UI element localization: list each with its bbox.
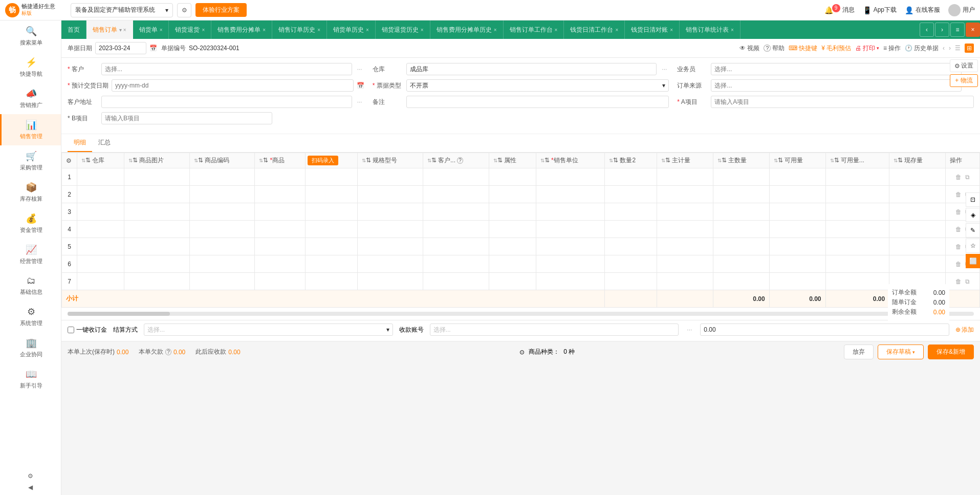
row-main-unit[interactable]: [657, 168, 713, 186]
one-click-checkbox[interactable]: [68, 327, 74, 333]
row-warehouse[interactable]: [77, 168, 124, 186]
order-source-input[interactable]: [711, 79, 962, 92]
tab-close-icon[interactable]: ×: [421, 27, 424, 33]
print-button[interactable]: 🖨 打印 ▾: [855, 44, 879, 53]
setup-button[interactable]: ⚙ 设置: [950, 59, 978, 72]
row-current[interactable]: [889, 168, 946, 186]
tab-summary[interactable]: 汇总: [92, 134, 117, 152]
app-download-item[interactable]: App下载: [863, 6, 897, 14]
tab-close-all-button[interactable]: ×: [966, 23, 980, 37]
sidebar-item-system[interactable]: ⚙ 系统管理: [0, 301, 61, 332]
tab-sales-report[interactable]: 销售订单统计表 ×: [680, 20, 741, 39]
tab-cash-workbench[interactable]: 钱货日清工作台 ×: [564, 20, 625, 39]
tab-close-icon[interactable]: ×: [263, 27, 266, 33]
date-input[interactable]: [95, 42, 146, 54]
th-available[interactable]: ⇅ 可用量: [769, 153, 825, 168]
tab-close-icon[interactable]: ×: [202, 27, 205, 33]
copy-icon[interactable]: ⧉: [965, 174, 970, 181]
warehouse-input[interactable]: [406, 63, 657, 75]
sidebar-item-purchase[interactable]: 🛒 采购管理: [0, 145, 61, 177]
address-input[interactable]: [101, 96, 352, 108]
history-button[interactable]: 🕐 历史单据: [905, 44, 939, 53]
industry-button[interactable]: 体验行业方案: [195, 3, 247, 17]
discard-button[interactable]: 放弃: [844, 345, 874, 359]
row-code[interactable]: [189, 168, 255, 186]
notification-item[interactable]: 9 消息: [824, 6, 855, 14]
delete-icon[interactable]: 🗑: [955, 208, 962, 216]
row-product[interactable]: [255, 186, 306, 203]
tab-sales-expense[interactable]: 销售费用分摊单 ×: [211, 20, 272, 39]
online-service-item[interactable]: 👤 在线客服: [905, 6, 940, 14]
nav-expand-icon[interactable]: ⊞: [965, 44, 974, 53]
th-product[interactable]: ⇅ *商品: [255, 153, 306, 168]
payment-select[interactable]: 选择... ▾: [144, 324, 393, 336]
row-qty2[interactable]: [605, 186, 657, 203]
tab-menu-button[interactable]: ≡: [950, 23, 965, 37]
sidebar-collapse[interactable]: ◀: [28, 484, 33, 491]
th-qty2[interactable]: ⇅ 数量2: [605, 153, 657, 168]
row-available2[interactable]: [825, 168, 889, 186]
right-panel-btn-1[interactable]: ⊡: [966, 192, 980, 207]
row-customer-code[interactable]: [423, 168, 489, 186]
tab-expense-history[interactable]: 销售费用分摊单历史 ×: [430, 20, 504, 39]
th-current[interactable]: ⇅ 现存量: [889, 153, 946, 168]
th-main-unit[interactable]: ⇅ 主计量: [657, 153, 713, 168]
row-unit[interactable]: [536, 186, 604, 203]
scan-button[interactable]: 扫码录入: [308, 156, 338, 165]
horizontal-scrollbar[interactable]: [61, 308, 980, 320]
customer-input[interactable]: [101, 63, 352, 75]
tab-close-icon[interactable]: ×: [670, 27, 673, 33]
shortcut-button[interactable]: ⌨ 快捷键: [789, 44, 817, 53]
th-available2[interactable]: ⇅ 可用量...: [825, 153, 889, 168]
nav-prev-icon[interactable]: ‹: [943, 45, 945, 52]
row-customer-code[interactable]: [423, 186, 489, 203]
tab-sales-order[interactable]: 销售订单 ×: [86, 20, 133, 39]
b-project-input[interactable]: [101, 112, 272, 124]
save-new-button[interactable]: 保存&新增: [928, 345, 974, 359]
sidebar-item-sales[interactable]: 📊 销售管理: [0, 114, 61, 145]
tab-sales-return[interactable]: 销货退货 ×: [169, 20, 211, 39]
tab-sales-order-history[interactable]: 销售订单历史 ×: [272, 20, 327, 39]
sidebar-item-base[interactable]: 🗂 基础信息: [0, 270, 61, 301]
row-current[interactable]: [889, 186, 946, 203]
sidebar-item-finance[interactable]: 💰 资金管理: [0, 208, 61, 239]
customer-more-icon[interactable]: ···: [355, 66, 364, 73]
delete-icon[interactable]: 🗑: [955, 174, 962, 181]
row-available[interactable]: [769, 186, 825, 203]
row-attr[interactable]: [489, 186, 536, 203]
row-main-qty[interactable]: [713, 186, 769, 203]
tab-close-icon[interactable]: ×: [555, 27, 558, 33]
right-panel-btn-5[interactable]: ⬜: [966, 254, 980, 268]
th-warehouse[interactable]: ⇅ 仓库: [77, 153, 124, 168]
sidebar-item-guide[interactable]: 📖 新手引导: [0, 363, 61, 395]
row-unit[interactable]: [536, 168, 604, 186]
sidebar-item-stock[interactable]: 📦 库存核算: [0, 177, 61, 208]
tab-close-icon[interactable]: ×: [366, 27, 369, 33]
tab-close-icon[interactable]: ×: [731, 27, 734, 33]
nav-next-icon[interactable]: ›: [949, 45, 951, 52]
row-attr[interactable]: [489, 168, 536, 186]
row-main-unit[interactable]: [657, 186, 713, 203]
row-code[interactable]: [189, 186, 255, 203]
ops-button[interactable]: ≡ 操作: [883, 44, 901, 53]
row-warehouse[interactable]: [77, 186, 124, 203]
nav-list-icon[interactable]: ☰: [955, 45, 961, 52]
address-more-icon[interactable]: ···: [355, 98, 364, 105]
th-main-qty[interactable]: ⇅ 主数量: [713, 153, 769, 168]
a-project-input[interactable]: [711, 96, 974, 108]
right-panel-btn-4[interactable]: ☆: [966, 239, 980, 253]
tab-invoice-history[interactable]: 销货单历史 ×: [327, 20, 376, 39]
tab-prev-button[interactable]: ‹: [920, 23, 934, 37]
delete-icon[interactable]: 🗑: [955, 261, 962, 268]
tab-sales-invoice[interactable]: 销货单 ×: [133, 20, 169, 39]
account-more-icon[interactable]: ···: [685, 326, 694, 333]
right-panel-btn-2[interactable]: ◈: [966, 208, 980, 222]
save-draft-button[interactable]: 保存草稿 ▾: [878, 345, 924, 359]
tab-close-icon[interactable]: ×: [494, 27, 497, 33]
row-available[interactable]: [769, 168, 825, 186]
add-button[interactable]: ⊕ 添加: [955, 326, 974, 334]
settings-button[interactable]: [177, 3, 191, 17]
right-panel-btn-3[interactable]: ✎: [966, 223, 980, 238]
th-settings[interactable]: ⚙: [62, 153, 77, 168]
th-code[interactable]: ⇅ 商品编码: [189, 153, 255, 168]
